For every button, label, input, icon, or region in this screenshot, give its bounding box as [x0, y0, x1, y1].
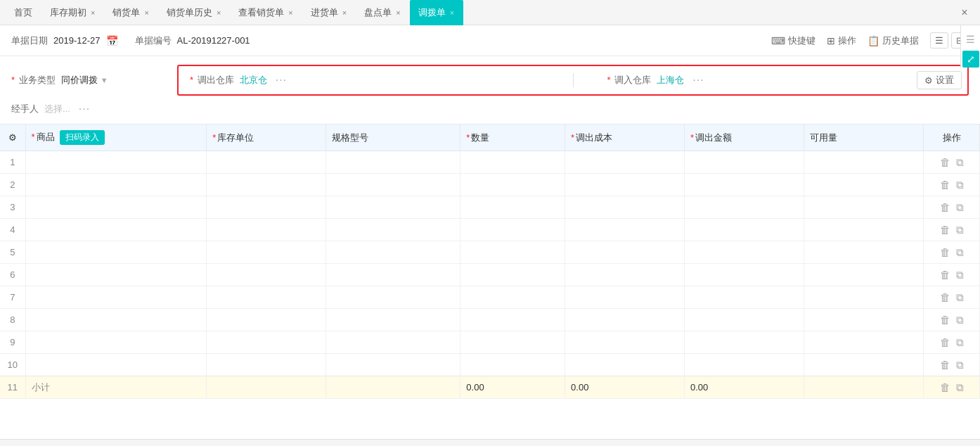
spec-cell-4[interactable] — [326, 219, 460, 241]
qty-cell-6[interactable] — [460, 264, 565, 286]
spec-cell-10[interactable] — [326, 354, 460, 376]
cost-cell-10[interactable] — [565, 354, 685, 376]
product-cell-6[interactable] — [25, 264, 207, 286]
qty-cell-1[interactable] — [460, 151, 565, 174]
unit-cell-2[interactable] — [207, 174, 326, 196]
amount-cell-10[interactable] — [685, 354, 804, 376]
avail-cell-10[interactable] — [804, 354, 923, 376]
tab-inventory-count[interactable]: 盘点单 × — [356, 0, 409, 25]
spec-cell-2[interactable] — [326, 174, 460, 196]
product-cell-3[interactable] — [25, 196, 207, 219]
avail-cell-1[interactable] — [804, 151, 923, 174]
layout-btn-list[interactable]: ☰ — [930, 32, 948, 49]
close-sales-order[interactable]: × — [144, 8, 148, 17]
tab-sales-history[interactable]: 销货单历史 × — [158, 0, 230, 25]
tab-transfer-order[interactable]: 调拨单 × — [410, 0, 463, 25]
unit-cell-5[interactable] — [207, 241, 326, 264]
cost-cell-1[interactable] — [565, 151, 685, 174]
unit-cell-3[interactable] — [207, 196, 326, 219]
shortcuts-btn[interactable]: ⌨ 快捷键 — [771, 34, 815, 47]
product-cell-10[interactable] — [25, 354, 207, 376]
right-panel-list-btn[interactable]: ☰ — [962, 31, 979, 48]
avail-cell-2[interactable] — [804, 174, 923, 196]
history-btn[interactable]: 📋 历史单据 — [868, 34, 919, 47]
tab-home[interactable]: 首页 — [6, 0, 41, 25]
avail-cell-3[interactable] — [804, 196, 923, 219]
tab-inventory-init[interactable]: 库存期初 × — [41, 0, 104, 25]
settings-button[interactable]: ⚙ 设置 — [917, 71, 962, 89]
calendar-icon[interactable]: 📅 — [106, 35, 118, 46]
delete-icon[interactable]: 🗑 — [940, 269, 950, 281]
product-cell-4[interactable] — [25, 219, 207, 241]
copy-icon[interactable]: ⧉ — [956, 246, 964, 259]
product-cell-1[interactable] — [25, 151, 207, 174]
close-inventory-init[interactable]: × — [91, 8, 95, 17]
cost-cell-3[interactable] — [565, 196, 685, 219]
amount-cell-8[interactable] — [685, 309, 804, 331]
transfer-in-more-btn[interactable]: ··· — [690, 74, 707, 87]
unit-cell-7[interactable] — [207, 286, 326, 309]
copy-icon[interactable]: ⧉ — [956, 269, 964, 281]
transfer-out-more-btn[interactable]: ··· — [273, 74, 290, 87]
qty-cell-2[interactable] — [460, 174, 565, 196]
tab-purchase-order[interactable]: 进货单 × — [302, 0, 356, 25]
close-all-tabs[interactable]: × — [955, 3, 974, 23]
right-panel-expand-btn[interactable]: ⤢ — [962, 51, 979, 68]
copy-icon[interactable]: ⧉ — [956, 381, 964, 394]
th-gear[interactable]: ⚙ — [0, 125, 25, 151]
unit-cell-4[interactable] — [207, 219, 326, 241]
qty-cell-10[interactable] — [460, 354, 565, 376]
cost-cell-8[interactable] — [565, 309, 685, 331]
copy-icon[interactable]: ⧉ — [956, 291, 964, 304]
copy-icon[interactable]: ⧉ — [956, 179, 964, 191]
tab-sales-order[interactable]: 销货单 × — [104, 0, 157, 25]
spec-cell-9[interactable] — [326, 331, 460, 354]
delete-icon[interactable]: 🗑 — [940, 381, 950, 394]
qty-cell-9[interactable] — [460, 331, 565, 354]
amount-cell-9[interactable] — [685, 331, 804, 354]
avail-cell-7[interactable] — [804, 286, 923, 309]
delete-icon[interactable]: 🗑 — [940, 201, 950, 214]
avail-cell-8[interactable] — [804, 309, 923, 331]
delete-icon[interactable]: 🗑 — [940, 179, 950, 191]
qty-cell-7[interactable] — [460, 286, 565, 309]
copy-icon[interactable]: ⧉ — [956, 156, 964, 169]
avail-cell-9[interactable] — [804, 331, 923, 354]
close-inventory-count[interactable]: × — [396, 8, 400, 17]
unit-cell-10[interactable] — [207, 354, 326, 376]
unit-cell-1[interactable] — [207, 151, 326, 174]
avail-cell-5[interactable] — [804, 241, 923, 264]
scrollbar[interactable] — [0, 439, 980, 446]
delete-icon[interactable]: 🗑 — [940, 156, 950, 169]
spec-cell-1[interactable] — [326, 151, 460, 174]
amount-cell-5[interactable] — [685, 241, 804, 264]
unit-cell-8[interactable] — [207, 309, 326, 331]
amount-cell-2[interactable] — [685, 174, 804, 196]
scan-enter-btn[interactable]: 扫码录入 — [60, 130, 105, 145]
close-view-sales[interactable]: × — [288, 8, 292, 17]
unit-cell-9[interactable] — [207, 331, 326, 354]
gear-header-icon[interactable]: ⚙ — [8, 132, 17, 143]
amount-cell-3[interactable] — [685, 196, 804, 219]
spec-cell-5[interactable] — [326, 241, 460, 264]
copy-icon[interactable]: ⧉ — [956, 359, 964, 371]
cost-cell-4[interactable] — [565, 219, 685, 241]
delete-icon[interactable]: 🗑 — [940, 336, 950, 349]
tab-view-sales[interactable]: 查看销货单 × — [230, 0, 302, 25]
amount-cell-7[interactable] — [685, 286, 804, 309]
operations-btn[interactable]: ⊞ 操作 — [827, 34, 856, 47]
spec-cell-8[interactable] — [326, 309, 460, 331]
cost-cell-7[interactable] — [565, 286, 685, 309]
product-cell-9[interactable] — [25, 331, 207, 354]
delete-icon[interactable]: 🗑 — [940, 246, 950, 259]
close-transfer-order[interactable]: × — [450, 8, 454, 17]
spec-cell-6[interactable] — [326, 264, 460, 286]
delete-icon[interactable]: 🗑 — [940, 359, 950, 371]
product-cell-5[interactable] — [25, 241, 207, 264]
cost-cell-9[interactable] — [565, 331, 685, 354]
close-purchase-order[interactable]: × — [342, 8, 347, 17]
avail-cell-4[interactable] — [804, 219, 923, 241]
spec-cell-7[interactable] — [326, 286, 460, 309]
qty-cell-5[interactable] — [460, 241, 565, 264]
copy-icon[interactable]: ⧉ — [956, 336, 964, 349]
